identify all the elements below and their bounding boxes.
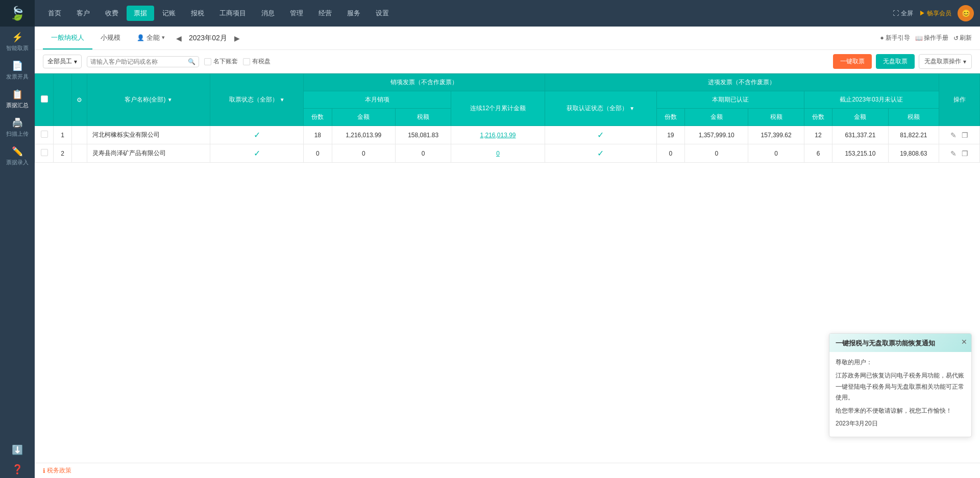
cum-amount-link[interactable]: 0 xyxy=(496,150,500,157)
col-fetch-status: 取票状态（全部） ▼ xyxy=(210,74,304,126)
row-uncert-amount: 631,337.21 xyxy=(832,126,888,144)
nav-message[interactable]: 消息 xyxy=(254,6,282,21)
cum-amount-link[interactable]: 1,216,013.99 xyxy=(480,132,516,139)
tax-policy-link[interactable]: ℹ 税务政策 xyxy=(43,466,71,475)
notice-line: 尊敬的用户： xyxy=(836,357,965,368)
row-cert-tax: 0 xyxy=(748,144,804,163)
sidebar-item-summary[interactable]: 📋 票据汇总 xyxy=(0,84,35,112)
employee-select[interactable]: 全部员工 ▾ xyxy=(43,55,82,68)
checkbox-taxdisk-box[interactable] xyxy=(243,58,250,65)
nav-setting[interactable]: 设置 xyxy=(369,6,396,21)
col-cum-amount: 连续12个月累计金额 xyxy=(451,91,545,126)
row-cert-status: ✓ xyxy=(545,144,656,163)
copy-icon[interactable]: ❐ xyxy=(962,131,968,139)
checkbox-account[interactable]: 名下账套 xyxy=(204,57,238,66)
sidebar-item-label: 扫描上传 xyxy=(6,130,29,138)
topnav-right: ⛶ 全屏 ▶ 畅享会员 😊 xyxy=(893,5,974,21)
nav-account[interactable]: 记账 xyxy=(155,6,183,21)
manual-btn[interactable]: 📖 操作手册 xyxy=(915,34,948,42)
sidebar-item-smart-fetch[interactable]: ⚡ 智能取票 xyxy=(0,27,35,55)
refresh-btn[interactable]: ↺ 刷新 xyxy=(953,34,972,42)
edit-icon[interactable]: ✎ xyxy=(950,131,957,139)
new-guide-btn[interactable]: ✦ 新手引导 xyxy=(879,34,910,42)
row-checkbox-cell xyxy=(35,126,54,144)
col-purchase-group: 进项发票（不含作废票） xyxy=(545,74,939,91)
search-input[interactable] xyxy=(90,58,188,65)
col-customer-name: 客户名称(全部) ▼ xyxy=(87,74,210,126)
tab-actions: ✦ 新手引导 📖 操作手册 ↺ 刷新 xyxy=(879,34,972,42)
row-settings xyxy=(72,126,87,144)
tab-all-label: 全能 xyxy=(146,33,160,42)
sidebar-item-issue[interactable]: 📄 发票开具 xyxy=(0,55,35,84)
sidebar-item-input[interactable]: ✏️ 票据录入 xyxy=(0,141,35,169)
cert-status-filter-icon[interactable]: ▼ xyxy=(629,106,634,111)
table-row: 2 灵寿县尚泽矿产品有限公司 ✓ 0 0 0 0 ✓ 0 0 0 6 153,2… xyxy=(35,144,980,163)
tab-all[interactable]: 👤 全能 ▾ xyxy=(129,27,173,49)
diskless-ops-btn[interactable]: 无盘取票操作 ▾ xyxy=(919,54,972,69)
filter-icon[interactable]: ▼ xyxy=(167,97,173,103)
nav-operation[interactable]: 经营 xyxy=(311,6,339,21)
nav-service[interactable]: 服务 xyxy=(340,6,368,21)
row-fetch-status: ✓ xyxy=(210,126,304,144)
row-sales-amount: 1,216,013.99 xyxy=(332,126,395,144)
row-no: 1 xyxy=(54,126,72,144)
nav-manage[interactable]: 管理 xyxy=(283,6,310,21)
row-sales-amount: 0 xyxy=(332,144,395,163)
cert-status-icon: ✓ xyxy=(597,149,604,158)
nav-home[interactable]: 首页 xyxy=(41,6,68,21)
nav-customer[interactable]: 客户 xyxy=(69,6,97,21)
checkbox-taxdisk[interactable]: 有税盘 xyxy=(243,57,271,66)
nav-business[interactable]: 工商项目 xyxy=(212,6,253,21)
row-settings xyxy=(72,144,87,163)
row-uncert-tax: 81,822.21 xyxy=(888,126,939,144)
sidebar-item-scan[interactable]: 🖨️ 扫描上传 xyxy=(0,112,35,141)
col-certified-group: 本期期已认证 xyxy=(656,91,804,109)
col-not-certified-group: 截止2023年03月未认证 xyxy=(804,91,939,109)
row-no: 2 xyxy=(54,144,72,163)
row-uncert-count: 12 xyxy=(804,126,832,144)
dropdown-arrow-icon: ▾ xyxy=(963,58,966,65)
search-icon[interactable]: 🔍 xyxy=(188,58,195,65)
checkbox-account-box[interactable] xyxy=(204,58,211,65)
notice-line: 给您带来的不便敬请谅解，祝您工作愉快！ xyxy=(836,406,965,417)
row-cert-count: 19 xyxy=(656,126,684,144)
nav-invoice[interactable]: 收费 xyxy=(98,6,126,21)
member-btn[interactable]: ▶ 畅享会员 xyxy=(919,9,951,18)
prev-month-btn[interactable]: ◀ xyxy=(173,34,185,42)
fetch-status-icon: ✓ xyxy=(254,131,260,139)
header-checkbox[interactable] xyxy=(41,95,48,103)
nav-ticket[interactable]: 票据 xyxy=(127,6,154,21)
tab-small[interactable]: 小规模 xyxy=(92,27,129,49)
col-sales-count: 份数 xyxy=(304,109,332,126)
user-avatar[interactable]: 😊 xyxy=(958,5,974,21)
col-uncert-amount: 金额 xyxy=(832,109,888,126)
fetch-status-filter-icon[interactable]: ▼ xyxy=(280,97,285,103)
col-sales-tax: 税额 xyxy=(395,109,451,126)
search-wrap: 🔍 xyxy=(87,56,199,67)
diskless-fetch-btn[interactable]: 无盘取票 xyxy=(876,54,915,69)
row-customer-name: 河北柯橡栎实业有限公司 xyxy=(87,126,210,144)
one-click-fetch-btn[interactable]: 一键取票 xyxy=(833,54,872,69)
nav-tax[interactable]: 报税 xyxy=(184,6,211,21)
col-cert-status: 获取认证状态（全部） ▼ xyxy=(545,91,656,126)
notice-close-btn[interactable]: ✕ xyxy=(961,338,967,346)
row-checkbox[interactable] xyxy=(41,131,48,138)
next-month-btn[interactable]: ▶ xyxy=(231,34,243,42)
row-cert-amount: 0 xyxy=(685,144,748,163)
sidebar-item-label: 票据录入 xyxy=(6,159,29,166)
status-bar: ℹ 税务政策 xyxy=(35,463,980,478)
fullscreen-btn[interactable]: ⛶ 全屏 xyxy=(893,9,913,18)
logo[interactable]: 🍃 xyxy=(0,0,35,27)
sidebar-item-label: 票据汇总 xyxy=(6,102,29,109)
notice-body: 尊敬的用户：江苏政务网已恢复访问电子税务局功能，易代账一键登陆电子税务局与无盘取… xyxy=(829,352,971,437)
download-icon: ⬇️ xyxy=(12,444,23,456)
copy-icon[interactable]: ❐ xyxy=(962,149,968,158)
sidebar-item-download[interactable]: ⬇️ xyxy=(0,439,35,459)
tab-general[interactable]: 一般纳税人 xyxy=(43,27,92,49)
col-uncert-tax: 税额 xyxy=(888,109,939,126)
help-icon: ❓ xyxy=(12,464,23,475)
sidebar-item-help[interactable]: ❓ xyxy=(0,459,35,478)
edit-icon[interactable]: ✎ xyxy=(950,149,957,158)
row-checkbox[interactable] xyxy=(41,149,48,156)
row-cum-amount: 1,216,013.99 xyxy=(451,126,545,144)
